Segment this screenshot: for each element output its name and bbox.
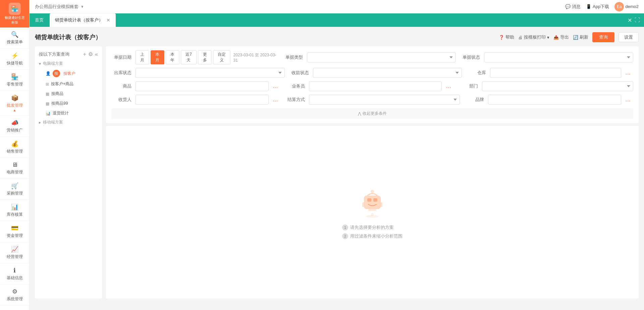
order-type-select[interactable]	[307, 52, 456, 62]
tab-sales-stat[interactable]: 销货单统计表（按客户） ✕	[50, 13, 116, 27]
expand-mobile-icon[interactable]: ▸	[39, 120, 41, 125]
sidebar-item-inventory[interactable]: 📊 库存核算	[0, 200, 29, 221]
sidebar-item-retail[interactable]: 🏪 零售管理	[0, 70, 29, 91]
add-scheme-icon[interactable]: +	[83, 51, 86, 57]
user-profile-btn[interactable]: Ea demo2	[614, 2, 639, 11]
app-download-btn[interactable]: 📱 App下载	[586, 4, 609, 10]
sidebar-item-ecommerce[interactable]: 🖥 电商管理	[0, 158, 29, 179]
sidebar-item-operations[interactable]: 📈 经营管理	[0, 242, 29, 263]
date-btn-thisyear[interactable]: 本年	[166, 50, 179, 64]
tree-node-by-goods[interactable]: ▦ 按商品	[42, 89, 102, 99]
logo-text: 畅捷通好生意	[5, 15, 25, 20]
customer-goods-icon: ⊞	[46, 82, 49, 87]
close-all-icon[interactable]: ✕	[628, 17, 632, 23]
expand-desktop-icon[interactable]: ▾	[39, 61, 41, 66]
sidebar-item-label-search: 搜索菜单	[7, 39, 23, 45]
quicknav-icon: ⚡	[11, 52, 18, 59]
system-icon: ⚙	[12, 288, 17, 295]
tree-node-customer-goods[interactable]: ⊞ 按客户+商品	[42, 79, 102, 89]
tree-node-return-stats[interactable]: 📊 退货统计	[42, 108, 102, 118]
sidebar-item-label-inventory: 库存核算	[7, 212, 23, 217]
svg-point-5	[371, 190, 374, 193]
collapse-filter-btn[interactable]: ⋀ 收起更多条件	[111, 108, 633, 119]
brand-dots-btn[interactable]: …	[623, 97, 633, 103]
empty-illustration	[356, 186, 389, 219]
receiver-group: …	[136, 95, 281, 105]
brand-input[interactable]	[488, 95, 621, 105]
refresh-btn[interactable]: 🔄 刷新	[573, 34, 588, 40]
refresh-label: 刷新	[580, 34, 588, 40]
content-wrapper: 按以下方案查询 + ⚙ « ▾ 电脑端方案 👤 按	[35, 46, 639, 299]
settings-button[interactable]: 设置	[619, 32, 639, 42]
left-panel: 按以下方案查询 + ⚙ « ▾ 电脑端方案 👤 按	[35, 46, 102, 299]
empty-state: 1 请先选择要分析的方案 2 用过滤条件来缩小分析范围	[106, 126, 639, 299]
export-btn[interactable]: 📤 导出	[553, 34, 569, 40]
date-btn-more[interactable]: 更多	[198, 50, 212, 64]
salesperson-dots-btn[interactable]: …	[443, 83, 454, 89]
sidebar-item-basicinfo[interactable]: ℹ 基础信息	[0, 263, 29, 285]
tree-node-by-goods99[interactable]: ▦ 按商品99	[42, 99, 102, 108]
sidebar-item-wholesale[interactable]: 📦 批发管理 ▲	[0, 91, 29, 116]
app-selector-label: 办公用品行业模拟账套	[35, 4, 78, 10]
payment-status-label: 收款状态	[289, 70, 309, 76]
message-icon: 💬	[565, 4, 571, 9]
export-label: 导出	[560, 34, 569, 40]
left-panel-title: 按以下方案查询	[39, 51, 69, 57]
print-arrow-icon: ▾	[547, 35, 549, 40]
receiver-dots-btn[interactable]: …	[270, 97, 281, 103]
tab-close-icon[interactable]: ✕	[106, 17, 110, 23]
sidebar-item-label-finance: 资金管理	[7, 233, 23, 239]
sidebar-logo: 🏪 畅捷通好生意 标版	[0, 0, 29, 28]
tree-node-by-customer[interactable]: 👤 按 按客户	[42, 68, 102, 79]
warehouse-input[interactable]	[490, 68, 621, 78]
message-btn[interactable]: 💬 消息	[565, 4, 581, 10]
finance-icon: 💳	[11, 224, 18, 232]
payment-status-select[interactable]	[313, 68, 462, 78]
salesperson-label: 业务员	[285, 83, 305, 89]
settings-scheme-icon[interactable]: ⚙	[88, 51, 93, 57]
expand-icon[interactable]: ⛶	[635, 17, 640, 23]
sidebar: 🏪 畅捷通好生意 标版 🔍 搜索菜单 ⚡ 快捷导航 🏪 零售管理 📦 批发管理 …	[0, 0, 30, 310]
goods-label: 商品	[111, 83, 131, 89]
tip-1: 1 请先选择要分析的方案	[342, 224, 402, 230]
sidebar-item-system[interactable]: ⚙ 系统管理	[0, 285, 29, 306]
sidebar-item-label-operations: 经营管理	[7, 254, 23, 260]
sidebar-item-finance[interactable]: 💳 资金管理	[0, 221, 29, 242]
print-btn[interactable]: 🖨 按模板打印 ▾	[518, 34, 549, 40]
department-select[interactable]	[482, 81, 633, 91]
date-btn-custom[interactable]: 自定义	[213, 50, 230, 64]
filter-area: 单据日期 上月 本月 本年 近7天 更多 自定义 2023-03-01 至 20…	[106, 46, 639, 123]
goods-group: …	[136, 81, 281, 91]
salesperson-input[interactable]	[309, 81, 442, 91]
stock-status-select[interactable]	[136, 68, 285, 78]
sidebar-item-purchase[interactable]: 🛒 采购管理	[0, 179, 29, 200]
warehouse-dots-btn[interactable]: …	[623, 70, 633, 76]
inventory-icon: 📊	[11, 203, 18, 211]
collapse-panel-icon[interactable]: «	[95, 51, 98, 57]
message-label: 消息	[572, 4, 581, 10]
sidebar-item-marketing[interactable]: 📣 营销推广	[0, 116, 29, 137]
receiver-label: 收货人	[111, 97, 131, 103]
date-btn-7days[interactable]: 近7天	[181, 50, 197, 64]
marketing-icon: 📣	[11, 119, 18, 126]
sidebar-item-quicknav[interactable]: ⚡ 快捷导航	[0, 49, 29, 70]
sidebar-item-collab[interactable]: 🤝 企业协同	[0, 306, 29, 310]
sidebar-item-sales[interactable]: 💰 销售管理	[0, 137, 29, 158]
order-type-label: 单据类型	[283, 54, 303, 60]
order-status-select[interactable]	[484, 52, 633, 62]
app-selector-arrow[interactable]: ▾	[81, 4, 84, 9]
help-btn[interactable]: ❓ 帮助	[499, 34, 514, 40]
receiver-input[interactable]	[136, 95, 269, 105]
goods-dots-btn[interactable]: …	[270, 83, 281, 89]
query-button[interactable]: 查询	[592, 32, 614, 42]
date-btn-lastmonth[interactable]: 上月	[136, 50, 149, 64]
goods99-icon: ▦	[46, 101, 49, 106]
topbar-right: 💬 消息 📱 App下载 Ea demo2	[565, 2, 639, 11]
date-btn-thismonth[interactable]: 本月	[151, 50, 164, 64]
sidebar-item-search[interactable]: 🔍 搜索菜单	[0, 28, 29, 49]
download-icon: 📱	[586, 4, 591, 9]
goods-input[interactable]	[136, 81, 269, 91]
page-title: 销货单统计表（按客户）	[35, 33, 101, 41]
settlement-select[interactable]	[309, 95, 460, 105]
tab-home[interactable]: 首页	[30, 13, 49, 27]
